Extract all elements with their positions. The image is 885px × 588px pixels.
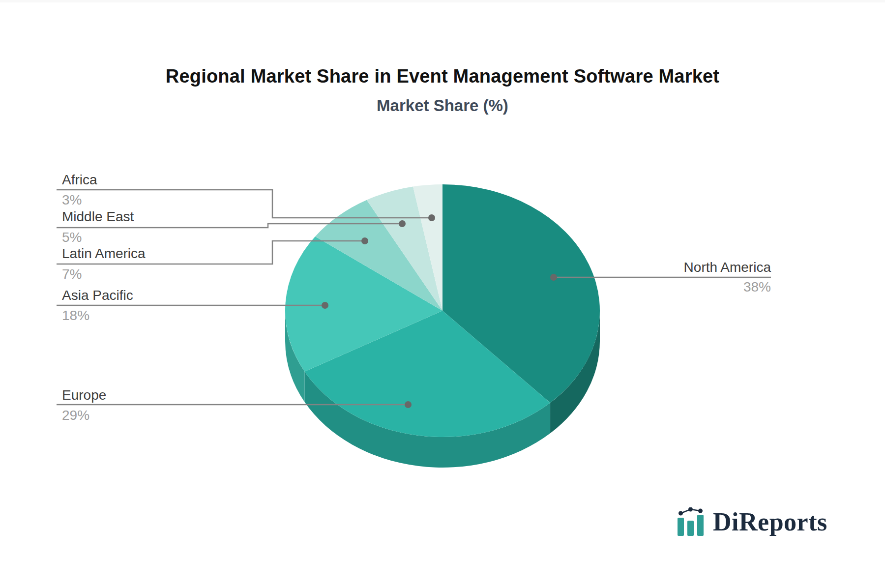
leader-dot-europe [405, 401, 412, 408]
slice-label-africa: Africa 3% [62, 173, 97, 207]
bar-line-chart-icon [678, 507, 709, 536]
slice-name: Asia Pacific [62, 288, 133, 303]
slice-percent: 5% [62, 230, 134, 245]
slice-label-middle-east: Middle East 5% [62, 209, 134, 245]
slice-name: North America [684, 260, 771, 275]
slice-name: Latin America [62, 246, 146, 261]
brand-logo: DiReports [678, 507, 827, 536]
brand-name: DiReports [713, 508, 827, 536]
slice-percent: 38% [684, 280, 771, 294]
slice-name: Africa [62, 173, 97, 187]
slice-label-europe: Europe 29% [62, 388, 106, 423]
leader-dot-asia-pacific [322, 302, 328, 309]
chart-canvas: Regional Market Share in Event Managemen… [0, 0, 885, 588]
slice-name: Middle East [62, 209, 134, 224]
slice-label-north-america: North America 38% [684, 260, 771, 294]
slice-percent: 18% [62, 308, 133, 323]
leader-dot-latin-america [361, 237, 368, 244]
leader-dot-north-america [550, 274, 557, 281]
slice-percent: 7% [62, 267, 146, 282]
leader-dot-africa [428, 214, 435, 221]
slice-label-asia-pacific: Asia Pacific 18% [62, 288, 133, 323]
slice-percent: 29% [62, 408, 106, 423]
leader-dot-middle-east [399, 220, 406, 227]
slice-percent: 3% [62, 193, 97, 207]
slice-name: Europe [62, 388, 106, 403]
slice-label-latin-america: Latin America 7% [62, 246, 146, 282]
